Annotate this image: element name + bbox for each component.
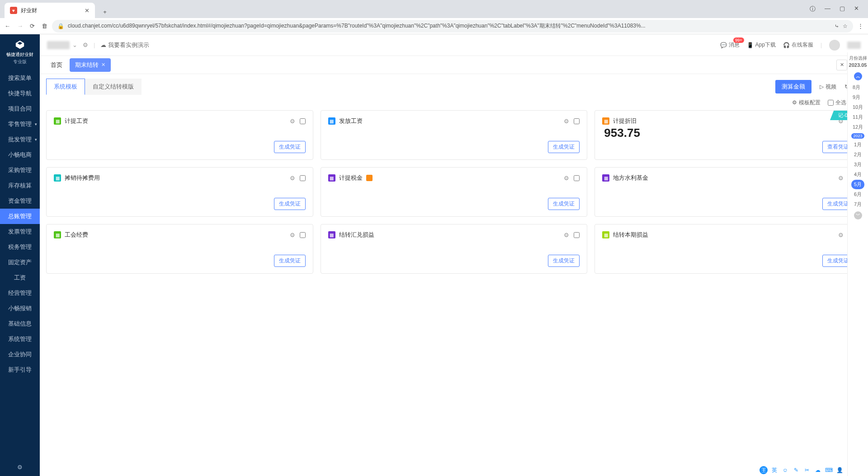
- app-download-button[interactable]: 📱 App下载: [747, 41, 776, 49]
- sidebar-item-14[interactable]: 经营管理: [0, 285, 40, 301]
- star-icon[interactable]: ☆: [843, 23, 848, 29]
- back-icon[interactable]: ←: [5, 23, 10, 29]
- month-option[interactable]: 12月: [850, 122, 866, 132]
- card-action-button[interactable]: 生成凭证: [548, 141, 580, 153]
- card-1: ▦ 发放工资 ⚙ 生成凭证: [321, 110, 588, 160]
- sidebar-item-0[interactable]: 搜索菜单: [0, 70, 40, 86]
- minimize-icon[interactable]: —: [825, 5, 830, 13]
- browser-tab[interactable]: ♥ 好业财 ✕: [5, 3, 95, 18]
- tb-icon-4[interactable]: ☁: [814, 466, 822, 474]
- sidebar-item-17[interactable]: 系统管理: [0, 331, 40, 347]
- sidebar-item-2[interactable]: 项目合同: [0, 101, 40, 117]
- address-bar[interactable]: 🔒 cloud.chanjet.com/cc/u6d89qwnryel/57bf…: [52, 20, 853, 33]
- month-option[interactable]: 5月: [851, 180, 864, 189]
- card-action-button[interactable]: 生成凭证: [274, 141, 306, 153]
- gear-icon[interactable]: ⚙: [564, 175, 569, 182]
- message-button[interactable]: 💬 消息 99+: [720, 41, 740, 49]
- delete-icon[interactable]: 🗑: [42, 23, 47, 29]
- sidebar-item-15[interactable]: 小畅报销: [0, 301, 40, 316]
- avatar[interactable]: [829, 40, 840, 51]
- month-option[interactable]: 3月: [851, 160, 864, 169]
- month-option[interactable]: 9月: [850, 93, 866, 102]
- gear-icon[interactable]: ⚙: [290, 175, 295, 182]
- settings-icon[interactable]: ⚙: [0, 458, 40, 476]
- card-action-button[interactable]: 生成凭证: [274, 198, 306, 210]
- card-action-button[interactable]: 生成凭证: [548, 255, 580, 267]
- tb-icon-6[interactable]: 👤: [835, 466, 844, 474]
- card-checkbox[interactable]: [300, 118, 306, 124]
- forward-icon[interactable]: →: [17, 23, 23, 29]
- month-option[interactable]: 6月: [851, 190, 864, 199]
- select-all-checkbox[interactable]: 全选: [828, 99, 846, 107]
- sidebar-item-5[interactable]: 小畅电商: [0, 147, 40, 163]
- card-checkbox[interactable]: [300, 175, 306, 181]
- gear-icon[interactable]: ⚙: [564, 232, 569, 238]
- card-7: ▦ 结转汇兑损益 ⚙ 生成凭证: [321, 224, 588, 274]
- sub-tab-custom[interactable]: 自定义结转模版: [85, 79, 142, 95]
- select-all-input[interactable]: [828, 100, 834, 106]
- sidebar-item-13[interactable]: 工资: [0, 270, 40, 285]
- card-checkbox[interactable]: [574, 118, 580, 124]
- tb-icon-3[interactable]: ✂: [803, 466, 811, 474]
- gear-icon[interactable]: ⚙: [838, 175, 844, 182]
- month-option[interactable]: 4月: [851, 170, 864, 179]
- card-checkbox[interactable]: [574, 232, 580, 238]
- org-selector[interactable]: ⌄: [47, 41, 77, 49]
- sidebar-item-3[interactable]: 零售管理▾: [0, 117, 40, 132]
- month-option[interactable]: 8月: [850, 83, 866, 92]
- month-option[interactable]: 2月: [851, 150, 864, 159]
- card-action-button[interactable]: 生成凭证: [274, 255, 306, 267]
- sidebar-item-6[interactable]: 采购管理: [0, 163, 40, 178]
- new-tab-button[interactable]: +: [99, 5, 111, 18]
- month-option[interactable]: 1月: [851, 140, 864, 149]
- month-option[interactable]: 11月: [850, 112, 866, 122]
- gear-icon[interactable]: ⚙: [290, 232, 295, 238]
- sidebar-item-9[interactable]: 总账管理: [0, 209, 40, 224]
- sidebar-item-11[interactable]: 税务管理: [0, 239, 40, 255]
- close-icon[interactable]: ✕: [85, 7, 90, 14]
- lock-icon: 🔒: [57, 23, 64, 29]
- demo-link[interactable]: ☁ 我要看实例演示: [100, 41, 149, 49]
- gear-icon[interactable]: ⚙: [838, 232, 844, 238]
- maximize-icon[interactable]: ▢: [840, 5, 845, 13]
- tab-period-end[interactable]: 期末结转 ✕: [70, 58, 111, 72]
- sub-tab-system[interactable]: 系统模板: [46, 79, 85, 95]
- gear-icon[interactable]: ⚙: [83, 42, 88, 48]
- info-icon[interactable]: ⓘ: [810, 5, 816, 13]
- card-action-button[interactable]: 生成凭证: [548, 198, 580, 210]
- video-link[interactable]: ▷ 视频: [820, 83, 836, 91]
- translate-icon[interactable]: ⤷: [835, 23, 839, 29]
- ime-icon[interactable]: 王: [760, 466, 768, 474]
- tb-icon-5[interactable]: ⌨: [825, 466, 833, 474]
- close-icon[interactable]: ✕: [101, 62, 105, 68]
- card-checkbox[interactable]: [574, 175, 580, 181]
- ime-lang[interactable]: 英: [770, 466, 778, 474]
- tb-icon-1[interactable]: ☺: [781, 466, 789, 474]
- card-checkbox[interactable]: [300, 232, 306, 238]
- template-config-link[interactable]: ⚙ 模板配置: [792, 99, 821, 107]
- tab-home[interactable]: 首页: [45, 58, 68, 72]
- scroll-up-icon[interactable]: ︽: [854, 72, 862, 80]
- sidebar-item-18[interactable]: 企业协同: [0, 347, 40, 362]
- sidebar-item-16[interactable]: 基础信息: [0, 316, 40, 331]
- sidebar-item-12[interactable]: 固定资产: [0, 255, 40, 270]
- calc-amount-button[interactable]: 测算金额: [775, 80, 811, 93]
- sidebar-item-10[interactable]: 发票管理: [0, 224, 40, 239]
- sidebar-item-7[interactable]: 库存核算: [0, 178, 40, 193]
- close-window-icon[interactable]: ✕: [854, 5, 859, 13]
- sidebar-item-1[interactable]: 快捷导航: [0, 86, 40, 101]
- gear-icon[interactable]: ⚙: [290, 118, 295, 125]
- close-all-tabs-button[interactable]: ✕: [836, 60, 847, 70]
- sidebar-item-19[interactable]: 新手引导: [0, 362, 40, 378]
- tb-icon-2[interactable]: ✎: [792, 466, 800, 474]
- sidebar-item-4[interactable]: 批发管理▾: [0, 132, 40, 147]
- gear-icon[interactable]: ⚙: [564, 118, 569, 125]
- scroll-down-icon[interactable]: ︾: [854, 211, 862, 219]
- month-option[interactable]: 10月: [850, 103, 866, 112]
- sidebar-item-8[interactable]: 资金管理: [0, 193, 40, 209]
- month-option[interactable]: 7月: [851, 200, 864, 209]
- menu-icon[interactable]: ⋮: [858, 23, 863, 29]
- logo-brand: 畅捷通好业财: [3, 51, 37, 58]
- online-service-button[interactable]: 🎧 在线客服: [783, 41, 813, 49]
- reload-icon[interactable]: ⟳: [30, 23, 35, 29]
